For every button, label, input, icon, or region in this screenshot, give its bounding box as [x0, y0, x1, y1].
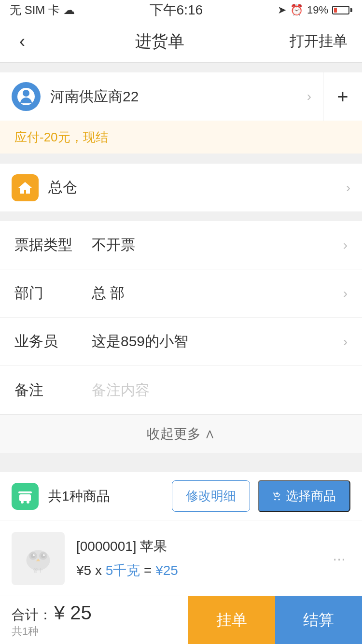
gap-1 [0, 63, 362, 72]
warehouse-selector[interactable]: 总仓 › [0, 163, 362, 211]
chevron-right-icon-2: › [346, 180, 350, 196]
owl-logo-icon: 管十 [21, 542, 55, 575]
battery-icon [332, 6, 352, 14]
total-row: 合计： ¥ 25 [12, 602, 177, 624]
avatar-icon [17, 88, 35, 105]
products-section: 共1种商品 修改明细 选择商品 管十 [0, 472, 362, 597]
equal-text: = [140, 563, 155, 578]
products-header: 共1种商品 修改明细 选择商品 [0, 472, 362, 520]
department-label: 部门 [14, 283, 82, 303]
warehouse-name: 总仓 [48, 178, 346, 197]
svg-marker-0 [18, 182, 32, 194]
total-section: 合计： ¥ 25 共1种 [0, 596, 188, 644]
total-count: 共1种 [12, 624, 177, 639]
svg-text:管十: 管十 [33, 568, 43, 573]
form-section: 票据类型 不开票 › 部门 总 部 › 业务员 这是859的小智 › 备注 备注… [0, 221, 362, 414]
salesperson-value: 这是859的小智 [82, 332, 343, 351]
supplier-avatar [12, 82, 41, 111]
page-title: 进货单 [135, 30, 184, 53]
remark-placeholder: 备注内容 [82, 380, 348, 400]
status-time: 下午6:16 [150, 1, 203, 19]
products-count: 共1种商品 [48, 487, 172, 505]
salesperson-row[interactable]: 业务员 这是859的小智 › [0, 318, 362, 366]
chevron-right-icon-5: › [343, 334, 348, 350]
invoice-type-label: 票据类型 [14, 235, 82, 255]
total-label: 合计： [12, 606, 52, 624]
add-supplier-button[interactable]: + [323, 72, 362, 121]
invoice-type-row[interactable]: 票据类型 不开票 › [0, 221, 362, 269]
chevron-right-icon: › [307, 89, 311, 104]
svg-point-3 [21, 501, 24, 504]
edit-detail-button[interactable]: 修改明细 [172, 480, 250, 512]
salesperson-label: 业务员 [14, 332, 82, 351]
bottom-bar: 合计： ¥ 25 共1种 挂单 结算 [0, 596, 362, 644]
invoice-type-value: 不开票 [82, 235, 343, 255]
open-hang-button[interactable]: 打开挂单 [290, 31, 348, 51]
product-thumbnail: 管十 [12, 532, 65, 585]
status-right: ➤ ⏰ 19% [278, 4, 352, 16]
price-text: ¥5 x [76, 563, 106, 578]
status-left: 无 SIM 卡 ☁ [10, 2, 75, 18]
product-price: ¥5 x 5千克 = ¥25 [76, 561, 328, 580]
warehouse-icon [12, 174, 39, 201]
select-product-label: 选择商品 [286, 488, 336, 504]
supplier-name: 河南供应商22 [50, 87, 307, 107]
notice-bar: 应付-20元，现结 [0, 121, 362, 154]
gap-3 [0, 453, 362, 462]
department-value: 总 部 [82, 283, 343, 303]
battery-percent: 19% [307, 4, 328, 16]
products-icon [12, 483, 39, 510]
cart-add-icon [272, 491, 282, 501]
total-text: ¥25 [155, 563, 178, 578]
quantity-text: 5千克 [106, 563, 140, 578]
product-more-button[interactable]: ··· [328, 545, 350, 573]
remark-row[interactable]: 备注 备注内容 [0, 366, 362, 414]
status-bar: 无 SIM 卡 ☁ 下午6:16 ➤ ⏰ 19% [0, 0, 362, 20]
remark-label: 备注 [14, 380, 82, 400]
alarm-icon: ⏰ [290, 4, 303, 16]
back-button[interactable]: ‹ [14, 27, 30, 56]
house-svg [17, 180, 33, 196]
sim-label: 无 SIM 卡 ☁ [10, 2, 75, 18]
location-icon: ➤ [278, 4, 286, 16]
product-name: [0000001] 苹果 [76, 537, 328, 556]
chevron-right-icon-4: › [343, 286, 348, 301]
hang-order-button[interactable]: 挂单 [188, 596, 275, 644]
department-row[interactable]: 部门 总 部 › [0, 269, 362, 318]
checkout-button[interactable]: 结算 [275, 596, 362, 644]
svg-point-11 [43, 554, 45, 556]
svg-point-10 [33, 554, 35, 556]
product-item: 管十 [0000001] 苹果 ¥5 x 5千克 = ¥25 ··· [0, 520, 362, 597]
cart-svg [17, 489, 33, 504]
gap-2 [0, 154, 362, 163]
collapse-button[interactable]: 收起更多 ∧ [0, 414, 362, 453]
supplier-section: 河南供应商22 › + [0, 72, 362, 121]
supplier-selector[interactable]: 河南供应商22 › [0, 72, 323, 121]
total-amount: ¥ 25 [54, 602, 92, 624]
nav-bar: ‹ 进货单 打开挂单 [0, 20, 362, 63]
chevron-right-icon-3: › [343, 238, 348, 253]
svg-point-4 [27, 501, 29, 504]
svg-rect-1 [18, 491, 32, 493]
svg-rect-2 [19, 494, 31, 501]
product-info: [0000001] 苹果 ¥5 x 5千克 = ¥25 [76, 537, 328, 580]
select-product-button[interactable]: 选择商品 [258, 480, 350, 512]
